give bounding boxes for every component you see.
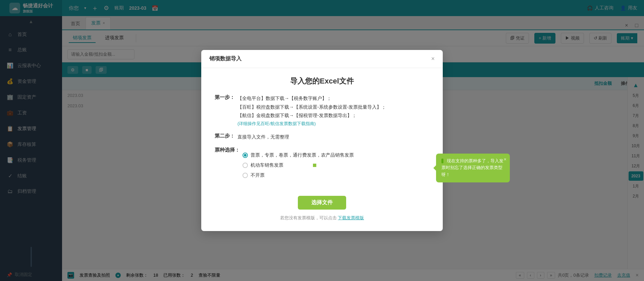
radio-normal-label: 普票，专票，卷票，通行费发票，农产品销售发票 xyxy=(251,152,354,158)
step1-line-2: 【百旺】税控盘数据下载→【系统设置-系统参数设置-发票批量导入】； xyxy=(237,103,386,111)
modal-import-title: 导入您的Excel文件 xyxy=(215,76,429,86)
step1-content: 【全电平台】数据下载→【税务数字账户】； 【百旺】税控盘数据下载→【系统设置-系… xyxy=(237,94,386,127)
step1-link: (详细操作见百旺/航信发票数据下载指南) xyxy=(237,120,386,127)
modal-title: 销项数据导入 xyxy=(209,55,241,62)
radio-normal: 普票，专票，卷票，通行费发票，农产品销售发票 xyxy=(243,152,354,158)
tooltip-dot-decoration xyxy=(441,159,443,163)
download-template-link[interactable]: 下载发票模版 xyxy=(338,215,364,220)
radio-motor-btn[interactable] xyxy=(243,163,248,168)
step1-row: 第一步： 【全电平台】数据下载→【税务数字账户】； 【百旺】税控盘数据下载→【系… xyxy=(215,94,429,127)
step2-label: 第二步： xyxy=(215,133,235,141)
radio-no-ticket: 不开票 xyxy=(243,172,354,178)
import-modal: 销项数据导入 × 导入您的Excel文件 第一步： 【全电平台】数据下载→【税务… xyxy=(201,50,443,231)
select-file-button[interactable]: 选择文件 xyxy=(298,196,346,210)
modal-close-button[interactable]: × xyxy=(431,55,435,62)
modal-overlay: 销项数据导入 × 导入您的Excel文件 第一步： 【全电平台】数据下载→【税务… xyxy=(0,0,644,281)
step1-line-1: 【全电平台】数据下载→【税务数字账户】； xyxy=(237,94,386,103)
ticket-select-row: 票种选择： 普票，专票，卷票，通行费发票，农产品销售发票 机动车销售发票 xyxy=(215,147,429,188)
step1-line-3: 【航信】金税盘数据下载→【报税管理-发票数据导出】； xyxy=(237,111,386,120)
step1-label: 第一步： xyxy=(215,94,235,127)
download-hint-text: 若您没有发票模版，可以点击 xyxy=(280,215,337,220)
step2-row: 第二步： 直接导入文件，无需整理 xyxy=(215,133,429,141)
tooltip-connector-dot xyxy=(313,164,316,167)
tooltip-bubble: × 现在支持的票种多了，导入发票时别忘了选择正确的发票类型呀！ xyxy=(436,154,510,182)
radio-normal-btn[interactable] xyxy=(243,153,248,158)
radio-motor: 机动车销售发票 xyxy=(243,162,354,168)
radio-group: 普票，专票，卷票，通行费发票，农产品销售发票 机动车销售发票 不开票 xyxy=(243,152,354,182)
radio-no-ticket-label: 不开票 xyxy=(251,172,265,178)
radio-normal-dot xyxy=(244,154,247,157)
step2-content: 直接导入文件，无需整理 xyxy=(237,133,289,141)
download-hint-row: 若您没有发票模版，可以点击 下载发票模版 xyxy=(215,215,429,221)
radio-no-ticket-btn[interactable] xyxy=(243,173,248,178)
tooltip-text: 现在支持的票种多了，导入发票时别忘了选择正确的发票类型呀！ xyxy=(441,158,503,177)
guide-link[interactable]: (详细操作见百旺/航信发票数据下载指南) xyxy=(237,121,316,126)
ticket-label: 票种选择： xyxy=(215,147,240,153)
radio-motor-label: 机动车销售发票 xyxy=(251,162,283,168)
modal-body: 导入您的Excel文件 第一步： 【全电平台】数据下载→【税务数字账户】； 【百… xyxy=(201,68,443,231)
tooltip-close-btn[interactable]: × xyxy=(504,156,506,163)
modal-header: 销项数据导入 × xyxy=(201,50,443,68)
